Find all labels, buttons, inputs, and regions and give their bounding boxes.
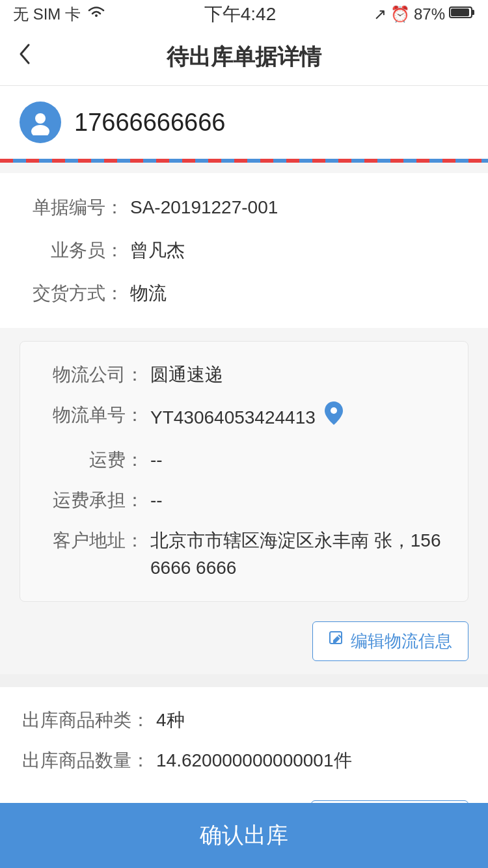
logistics-card: 物流公司： 圆通速递 物流单号： YT43064053424413 运费： --… [20, 341, 468, 602]
goods-quantity-label: 出库商品数量： [20, 748, 150, 773]
address-label: 客户地址： [40, 527, 144, 554]
freight-value: -- [150, 446, 448, 474]
section-divider [0, 674, 488, 687]
goods-section: 出库商品种类： 4种 出库商品数量： 14.620000000000001件 [0, 687, 488, 794]
freight-row: 运费： -- [40, 440, 448, 480]
freight-bearer-value: -- [150, 487, 448, 514]
delivery-row: 交货方式： 物流 [20, 272, 468, 315]
alarm-icon: ⏰ [390, 5, 410, 23]
dashed-divider [0, 159, 488, 163]
wifi-icon [86, 5, 107, 23]
freight-bearer-row: 运费承担： -- [40, 480, 448, 521]
edit-btn-row: 编辑物流信息 [0, 615, 488, 674]
freight-label: 运费： [40, 446, 144, 474]
status-bar: 无 SIM 卡 下午4:42 ↗ ⏰ 87% [0, 0, 488, 29]
order-no-row: 单据编号： SA-20191227-001 [20, 186, 468, 229]
order-no-label: 单据编号： [20, 194, 124, 221]
goods-quantity-row: 出库商品数量： 14.620000000000001件 [20, 740, 468, 781]
customer-header: 17666666666 [0, 86, 488, 159]
goods-type-label: 出库商品种类： [20, 708, 150, 733]
salesman-row: 业务员： 曾凡杰 [20, 229, 468, 272]
sim-text: 无 SIM 卡 [13, 4, 81, 25]
freight-bearer-label: 运费承担： [40, 487, 144, 514]
address-row: 客户地址： 北京市市辖区海淀区永丰南 张，156 6666 6666 [40, 521, 448, 588]
salesman-value: 曾凡杰 [130, 237, 468, 264]
svg-point-4 [31, 125, 49, 135]
avatar [20, 102, 61, 143]
edit-icon [329, 631, 346, 652]
goods-type-row: 出库商品种类： 4种 [20, 700, 468, 740]
order-no-value: SA-20191227-001 [130, 194, 468, 221]
confirm-label: 确认出库 [200, 821, 288, 850]
goods-type-value: 4种 [156, 708, 468, 733]
battery-text: 87% [414, 5, 445, 23]
status-time: 下午4:42 [204, 2, 277, 27]
logistics-company-value: 圆通速递 [150, 361, 448, 388]
goods-quantity-value: 14.620000000000001件 [156, 748, 468, 773]
delivery-value: 物流 [130, 280, 468, 307]
customer-phone: 17666666666 [74, 109, 225, 137]
order-info-section: 单据编号： SA-20191227-001 业务员： 曾凡杰 交货方式： 物流 [0, 173, 488, 328]
svg-point-5 [331, 407, 337, 414]
svg-rect-1 [472, 10, 474, 15]
tracking-no-label: 物流单号： [40, 401, 144, 429]
back-button[interactable] [16, 40, 34, 74]
tracking-no-row: 物流单号： YT43064053424413 [40, 395, 448, 440]
tracking-no-value: YT43064053424413 [150, 401, 448, 433]
location-pin-icon[interactable] [323, 401, 344, 433]
battery-icon [449, 5, 475, 23]
status-left: 无 SIM 卡 [13, 4, 107, 25]
nav-bar: 待出库单据详情 [0, 29, 488, 86]
logistics-company-label: 物流公司： [40, 361, 144, 388]
delivery-label: 交货方式： [20, 280, 124, 307]
confirm-button[interactable]: 确认出库 [0, 803, 488, 868]
location-icon: ↗ [373, 5, 386, 23]
page-title: 待出库单据详情 [167, 42, 321, 72]
status-right: ↗ ⏰ 87% [373, 5, 475, 23]
edit-logistics-label: 编辑物流信息 [351, 630, 452, 653]
svg-point-3 [35, 113, 46, 124]
address-value: 北京市市辖区海淀区永丰南 张，156 6666 6666 [150, 527, 448, 582]
salesman-label: 业务员： [20, 237, 124, 264]
edit-logistics-button[interactable]: 编辑物流信息 [312, 621, 468, 661]
logistics-company-row: 物流公司： 圆通速递 [40, 355, 448, 395]
svg-rect-2 [451, 8, 469, 16]
